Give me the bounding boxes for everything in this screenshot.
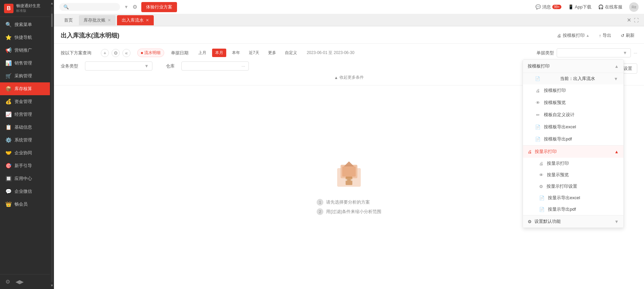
display-print-settings-item[interactable]: ⚙ 按显示打印设置 xyxy=(523,181,623,192)
date-btn-custom[interactable]: 自定义 xyxy=(282,49,300,57)
dropdown-header-chevron-icon[interactable]: ▲ xyxy=(614,64,619,69)
tab-home-label: 首页 xyxy=(64,17,73,23)
tab-close-inout-flow[interactable]: ✕ xyxy=(146,18,149,23)
business-type-select[interactable]: ▼ xyxy=(85,61,152,71)
target-icon: 🎯 xyxy=(5,163,12,169)
online-service-btn[interactable]: 🎧 在线客服 xyxy=(598,4,622,10)
display-section-header[interactable]: 🖨 按显示打印 ▲ xyxy=(523,146,623,158)
custom-design-item-label: 模板自定义设计 xyxy=(544,112,575,118)
date-btn-this-month[interactable]: 本月 xyxy=(212,49,226,57)
export-btn[interactable]: ↑ 导出 xyxy=(596,31,614,40)
sidebar-item-operations[interactable]: 📈 经营管理 xyxy=(0,108,50,121)
messages-badge: 99+ xyxy=(552,5,561,9)
grid-icon: 🔲 xyxy=(5,176,12,182)
display-export-pdf-item[interactable]: 📄 按显示导出pdf xyxy=(523,204,623,215)
refresh-icon: ↺ xyxy=(621,33,624,38)
scroll-down-btn[interactable]: ▼ xyxy=(50,284,54,288)
main-area: 🔍 ▼ ⚙ 体验行业方案 💬 消息 99+ 📱 App下载 🎧 在线客服 Rit xyxy=(54,0,644,289)
filter-collapse-btn[interactable]: « xyxy=(122,49,130,57)
dropdown-export-excel-template[interactable]: 📄 按模板导出excel xyxy=(523,121,623,133)
print-template-btn[interactable]: 🖨 按模板打印 ▲ xyxy=(554,31,592,40)
sidebar-item-sales[interactable]: 📊 销售管理 xyxy=(0,57,50,70)
warehouse-label: 仓库 xyxy=(166,63,175,69)
app-download-btn[interactable]: 📱 App下载 xyxy=(568,4,591,10)
doc-type-select[interactable]: ▼ xyxy=(557,48,631,57)
sidebar-item-wechat[interactable]: 💬 企业微信 xyxy=(0,185,50,198)
sidebar-item-label: 库存核算 xyxy=(14,86,32,92)
message-icon: 💬 xyxy=(535,4,541,9)
refresh-btn[interactable]: ↺ 刷新 xyxy=(618,31,637,40)
filter-tag[interactable]: 流水明细 xyxy=(137,49,164,57)
sidebar-item-label: 经营管理 xyxy=(14,111,32,117)
date-btn-last-month[interactable]: 上月 xyxy=(195,49,209,57)
collapse-sidebar-icon[interactable]: ◀▶ xyxy=(16,279,24,285)
display-section: 🖨 按显示打印 ▲ 🖨 按显示打印 👁 按显示预览 ⚙ 按显示打印设置 xyxy=(523,145,623,215)
industry-btn[interactable]: 体验行业方案 xyxy=(141,2,177,12)
phone-icon: 📱 xyxy=(568,4,574,9)
display-print-settings-label: 按显示打印设置 xyxy=(547,183,577,189)
tab-inventory-batch[interactable]: 库存批次账 ✕ xyxy=(79,15,116,25)
sidebar-item-purchase[interactable]: 🛒 采购管理 xyxy=(0,70,50,82)
sidebar-item-quicknav[interactable]: ⭐ 快捷导航 xyxy=(0,31,50,44)
sidebar-item-apps[interactable]: 🔲 应用中心 xyxy=(0,172,50,185)
tab-close-all-icon[interactable]: ✕ xyxy=(627,17,631,23)
doc-type-more-icon[interactable]: ··· xyxy=(634,50,637,55)
scroll-thumb xyxy=(51,14,53,27)
online-service-label: 在线客服 xyxy=(605,4,622,10)
tab-maximize-icon[interactable]: ⛶ xyxy=(634,18,639,23)
settings-icon[interactable]: ⚙ xyxy=(5,279,10,285)
dropdown-export-pdf-template[interactable]: 📄 按模板导出pdf xyxy=(523,133,623,145)
tab-home[interactable]: 首页 xyxy=(59,15,78,25)
sidebar-item-guide[interactable]: 🎯 新手引导 xyxy=(0,159,50,172)
scroll-indicator: ▲ ▼ xyxy=(50,0,54,289)
sidebar-item-label: 搜索菜单 xyxy=(14,22,32,28)
warehouse-select[interactable]: ··· xyxy=(181,61,249,71)
svg-point-5 xyxy=(345,179,347,181)
date-range-display: 2023-06-01 至 2023-06-30 xyxy=(307,50,354,56)
empty-illustration xyxy=(332,160,366,193)
sidebar-item-label: 应用中心 xyxy=(14,176,32,182)
export-icon: ↑ xyxy=(599,33,602,38)
sidebar-item-marketing[interactable]: 📢 营销推广 xyxy=(0,44,50,57)
dropdown-title: 按模板打印 xyxy=(528,63,550,69)
search-input[interactable] xyxy=(71,5,111,9)
sidebar-item-search[interactable]: 🔍 搜索菜单 xyxy=(0,18,50,31)
sidebar-item-inventory[interactable]: 📦 库存核算 xyxy=(0,82,50,95)
app-download-label: App下载 xyxy=(575,4,591,10)
current-label-text: 当前：出入库流水 xyxy=(560,76,595,82)
sidebar-item-basic-info[interactable]: 📋 基础信息 xyxy=(0,121,50,134)
warehouse-more-icon[interactable]: ··· xyxy=(241,63,245,69)
sidebar-item-finance[interactable]: 💰 资金管理 xyxy=(0,95,50,108)
messages-btn[interactable]: 💬 消息 99+ xyxy=(535,4,561,10)
user-avatar[interactable]: Rit xyxy=(629,2,639,12)
scroll-up-btn[interactable]: ▲ xyxy=(50,1,54,5)
display-export-excel-item[interactable]: 📄 按显示导出excel xyxy=(523,192,623,204)
filter-row-1: 按以下方案查询 + ⚙ « 流水明细 单据日期 上月 本月 本年 近7天 更多 xyxy=(61,48,637,57)
dropdown-arrow-icon[interactable]: ▼ xyxy=(124,4,128,9)
current-chevron-icon[interactable]: ▼ xyxy=(614,76,618,81)
display-section-chevron-icon[interactable]: ▲ xyxy=(614,149,619,154)
add-filter-btn[interactable]: + xyxy=(101,49,109,57)
dropdown-footer[interactable]: ⚙ 设置默认功能 ▼ xyxy=(523,215,623,228)
date-btn-this-year[interactable]: 本年 xyxy=(229,49,243,57)
sidebar-item-member[interactable]: 👑 畅会员 xyxy=(0,198,50,211)
date-filter-label: 单据日期 xyxy=(171,50,188,56)
date-btn-7days[interactable]: 近7天 xyxy=(246,49,262,57)
collapse-more-btn[interactable]: ▲ 收起更多条件 xyxy=(334,75,364,80)
dropdown-custom-design[interactable]: ✏ 模板自定义设计 xyxy=(523,109,623,121)
date-btn-more[interactable]: 更多 xyxy=(265,49,279,57)
dropdown-preview-template[interactable]: 👁 按模板预览 xyxy=(523,97,623,109)
display-preview-label: 按显示预览 xyxy=(547,172,569,178)
tab-inout-flow[interactable]: 出入库流水 ✕ xyxy=(117,15,154,25)
tab-close-inventory-batch[interactable]: ✕ xyxy=(108,18,111,23)
settings-topbar-icon[interactable]: ⚙ xyxy=(133,4,137,10)
tabs-right-controls: ✕ ⛶ xyxy=(627,17,639,23)
sidebar-item-system[interactable]: ⚙️ 系统管理 xyxy=(0,134,50,147)
sidebar-item-enterprise[interactable]: 🤝 企业协同 xyxy=(0,147,50,159)
dropdown-print-template[interactable]: 🖨 按模板打印 xyxy=(523,84,623,97)
filter-dot xyxy=(141,52,143,54)
display-print-item[interactable]: 🖨 按显示打印 xyxy=(523,158,623,169)
display-preview-item[interactable]: 👁 按显示预览 xyxy=(523,169,623,181)
footer-chevron-icon[interactable]: ▼ xyxy=(614,219,619,224)
filter-settings-btn[interactable]: ⚙ xyxy=(112,49,120,57)
